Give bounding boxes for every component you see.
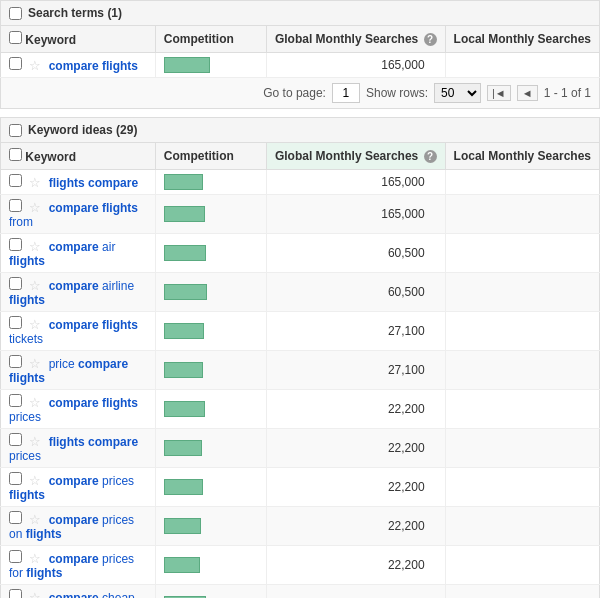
ki-global-help-icon[interactable]: ? <box>424 150 437 163</box>
keyword-ideas-checkbox[interactable] <box>9 124 22 137</box>
search-terms-header: Search terms (1) <box>0 0 600 25</box>
local-monthly-cell <box>445 351 599 390</box>
competition-cell <box>155 351 266 390</box>
rows-select[interactable]: 50 25 100 <box>434 83 481 103</box>
col-header-local: Local Monthly Searches <box>445 26 599 53</box>
keyword-link[interactable]: compare air flights <box>9 240 115 268</box>
competition-bar-container <box>164 440 244 456</box>
keyword-ideas-section: Keyword ideas (29) Keyword Competition G… <box>0 117 600 598</box>
competition-bar <box>164 479 203 495</box>
competition-cell <box>155 273 266 312</box>
local-monthly-cell <box>445 585 599 599</box>
row-checkbox[interactable] <box>9 238 22 251</box>
star-icon[interactable]: ☆ <box>29 278 41 293</box>
keyword-cell: ☆ compare prices flights <box>1 468 156 507</box>
keyword-link[interactable]: compare prices on flights <box>9 513 134 541</box>
prev-page-btn[interactable]: ◄ <box>517 85 538 101</box>
row-checkbox[interactable] <box>9 277 22 290</box>
competition-bar <box>164 518 201 534</box>
competition-bar <box>164 323 204 339</box>
goto-page-input[interactable] <box>332 83 360 103</box>
row-checkbox[interactable] <box>9 550 22 563</box>
global-monthly-cell: 27,100 <box>266 351 445 390</box>
row-checkbox[interactable] <box>9 199 22 212</box>
search-terms-checkbox[interactable] <box>9 7 22 20</box>
competition-bar-container <box>164 323 244 339</box>
global-monthly-cell: 22,200 <box>266 390 445 429</box>
keyword-link[interactable]: compare airline flights <box>9 279 134 307</box>
star-icon[interactable]: ☆ <box>29 317 41 332</box>
competition-bar-container <box>164 518 244 534</box>
keyword-link[interactable]: compare prices flights <box>9 474 134 502</box>
competition-cell <box>155 585 266 599</box>
row-checkbox[interactable] <box>9 433 22 446</box>
star-icon[interactable]: ☆ <box>29 395 41 410</box>
keyword-link[interactable]: compare prices for flights <box>9 552 134 580</box>
goto-label: Go to page: <box>263 86 326 100</box>
col-header-global: Global Monthly Searches ? <box>266 26 445 53</box>
competition-bar <box>164 245 206 261</box>
star-icon[interactable]: ☆ <box>29 200 41 215</box>
keyword-cell: ☆ compare flights from <box>1 195 156 234</box>
row-checkbox[interactable] <box>9 57 22 70</box>
star-icon[interactable]: ☆ <box>29 473 41 488</box>
keyword-link[interactable]: compare flights <box>49 59 138 73</box>
row-checkbox[interactable] <box>9 472 22 485</box>
star-icon[interactable]: ☆ <box>29 356 41 371</box>
table-row: ☆ compare flights 165,000 <box>1 53 600 78</box>
competition-cell <box>155 312 266 351</box>
table-row: ☆ compare flights prices 22,200 <box>1 390 600 429</box>
global-monthly-cell: 22,200 <box>266 429 445 468</box>
row-checkbox[interactable] <box>9 589 22 598</box>
global-help-icon[interactable]: ? <box>424 33 437 46</box>
keyword-link[interactable]: flights compare <box>49 176 138 190</box>
global-monthly-cell: 22,200 <box>266 468 445 507</box>
star-icon[interactable]: ☆ <box>29 551 41 566</box>
keyword-link[interactable]: compare cheap flights <box>9 591 135 598</box>
local-monthly-cell <box>445 234 599 273</box>
keyword-link[interactable]: price compare flights <box>9 357 128 385</box>
competition-cell <box>155 234 266 273</box>
star-icon[interactable]: ☆ <box>29 239 41 254</box>
search-terms-title: Search terms (1) <box>28 6 122 20</box>
global-monthly-cell: 165,000 <box>266 170 445 195</box>
global-monthly-cell: 60,500 <box>266 234 445 273</box>
local-monthly-cell <box>445 195 599 234</box>
competition-cell <box>155 429 266 468</box>
global-monthly-cell: 22,200 <box>266 546 445 585</box>
star-icon[interactable]: ☆ <box>29 512 41 527</box>
global-monthly-cell: 27,100 <box>266 312 445 351</box>
select-all-search-terms[interactable] <box>9 31 22 44</box>
keyword-cell: ☆ compare flights tickets <box>1 312 156 351</box>
row-checkbox[interactable] <box>9 174 22 187</box>
select-all-keyword-ideas[interactable] <box>9 148 22 161</box>
table-row: ☆ compare flights tickets 27,100 <box>1 312 600 351</box>
row-checkbox[interactable] <box>9 394 22 407</box>
row-checkbox[interactable] <box>9 355 22 368</box>
competition-cell <box>155 53 266 78</box>
competition-bar-container <box>164 557 244 573</box>
col-header-keyword: Keyword <box>1 26 156 53</box>
star-icon[interactable]: ☆ <box>29 434 41 449</box>
local-monthly-cell <box>445 429 599 468</box>
keyword-ideas-table: Keyword Competition Global Monthly Searc… <box>0 142 600 598</box>
competition-bar <box>164 440 202 456</box>
row-checkbox[interactable] <box>9 316 22 329</box>
star-icon[interactable]: ☆ <box>29 58 41 73</box>
competition-bar <box>164 284 207 300</box>
competition-bar-container <box>164 401 244 417</box>
table-row: ☆ flights compare 165,000 <box>1 170 600 195</box>
row-checkbox[interactable] <box>9 511 22 524</box>
col-header-competition: Competition <box>155 26 266 53</box>
star-icon[interactable]: ☆ <box>29 175 41 190</box>
star-icon[interactable]: ☆ <box>29 590 41 598</box>
competition-bar-container <box>164 174 244 190</box>
ki-col-header-global: Global Monthly Searches ? <box>266 143 445 170</box>
local-monthly-cell <box>445 312 599 351</box>
competition-bar <box>164 57 210 73</box>
first-page-btn[interactable]: |◄ <box>487 85 511 101</box>
competition-bar <box>164 401 205 417</box>
competition-bar-container <box>164 284 244 300</box>
keyword-cell: ☆ compare flights prices <box>1 390 156 429</box>
local-monthly-cell <box>445 273 599 312</box>
